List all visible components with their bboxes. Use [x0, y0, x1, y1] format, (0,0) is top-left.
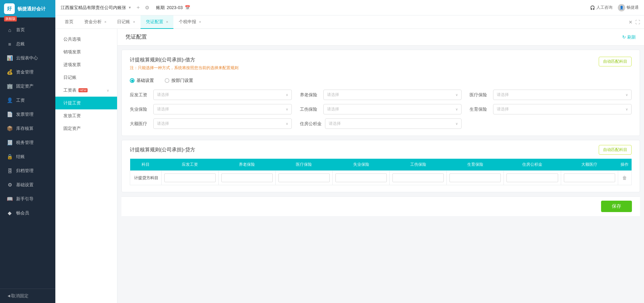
- company-name: 江西服宝精品有限责任公司内账张: [61, 5, 126, 11]
- settings-button[interactable]: ⚙: [145, 5, 149, 11]
- tab-tax[interactable]: 个税申报 ×: [173, 15, 206, 29]
- delete-row-button[interactable]: 🗑: [622, 175, 627, 181]
- radio-dept-circle: [165, 78, 169, 83]
- left-nav-public-label: 公共选项: [63, 36, 81, 42]
- main-content: 凭证配置 ↻ 刷新 计提核算规则(公司承担)-借方 注：只能选择一种方式，系统将…: [117, 29, 644, 303]
- sidebar-item-label: 资金管理: [16, 69, 34, 75]
- inventory-icon: 📦: [7, 125, 13, 132]
- refresh-label: 刷新: [627, 34, 636, 40]
- sidebar-item-fixed[interactable]: 🏢 固定资产: [0, 79, 55, 93]
- period-value: 2023-03: [167, 5, 183, 10]
- col-action: 操作: [618, 159, 631, 171]
- sidebar-item-inventory[interactable]: 📦 库存核算: [0, 121, 55, 136]
- tax-icon: 🧾: [7, 140, 13, 146]
- left-nav-pay-salary[interactable]: 发放工资: [55, 109, 117, 122]
- company-chevron-icon: ▼: [128, 6, 131, 9]
- input-housing[interactable]: [506, 173, 558, 182]
- tab-diary-close[interactable]: ×: [133, 20, 135, 24]
- tab-funds[interactable]: 资金分析 ×: [79, 15, 112, 29]
- left-nav-diary[interactable]: 日记账: [55, 71, 117, 84]
- input-pension[interactable]: [221, 173, 273, 182]
- input-salary[interactable]: [164, 173, 216, 182]
- tab-funds-close[interactable]: ×: [104, 20, 106, 24]
- input-injury[interactable]: [392, 173, 444, 182]
- tab-tax-close[interactable]: ×: [199, 20, 201, 24]
- chevron-down-icon: ∨: [286, 93, 288, 97]
- radio-basic-label: 基础设置: [137, 78, 154, 84]
- left-nav-calc-salary-label: 计提工资: [63, 100, 81, 106]
- col-housing: 住房公积金: [504, 159, 561, 171]
- sidebar-item-salary[interactable]: 👤 工资: [0, 93, 55, 107]
- sidebar-item-reports[interactable]: 📊 云报表中心: [0, 51, 55, 65]
- select-large-medical[interactable]: 请选择 ∨: [153, 118, 292, 129]
- sidebar-item-settings[interactable]: ⚙ 基础设置: [0, 178, 55, 192]
- company-selector[interactable]: 江西服宝精品有限责任公司内账张 ▼: [61, 5, 131, 11]
- sidebar-item-guide[interactable]: 📖 新手引导: [0, 192, 55, 206]
- sidebar-item-invoice[interactable]: 📄 发票管理: [0, 107, 55, 121]
- sidebar-item-archive[interactable]: 🗄 归档管理: [0, 164, 55, 178]
- tab-home[interactable]: 首页: [59, 15, 79, 29]
- select-medical-placeholder: 请选择: [497, 92, 509, 98]
- period-label: 账期: [156, 5, 165, 11]
- add-company-button[interactable]: ＋: [136, 4, 141, 11]
- cell-large-medical: [561, 171, 618, 185]
- close-month-icon: 🔒: [7, 154, 13, 160]
- user-menu[interactable]: 👤 畅捷通: [618, 4, 639, 11]
- sidebar-logo: 好 畅捷通好会计: [0, 0, 55, 17]
- select-medical[interactable]: 请选择 ∨: [493, 90, 632, 100]
- input-maternity[interactable]: [449, 173, 501, 182]
- tab-diary[interactable]: 日记账 ×: [112, 15, 140, 29]
- close-tab-button[interactable]: ✕: [629, 19, 633, 25]
- cell-salary: [161, 171, 218, 185]
- period-selector[interactable]: 账期 2023-03 📅: [156, 5, 190, 11]
- funds-icon: 💰: [7, 69, 13, 75]
- input-unemployment[interactable]: [335, 173, 387, 182]
- cell-unemployment: [333, 171, 390, 185]
- form-item-large-medical: 大额医疗 请选择 ∨: [130, 118, 292, 129]
- tabs-actions: ✕ ⛶: [629, 19, 640, 25]
- select-housing[interactable]: 请选择 ∨: [325, 118, 462, 129]
- input-large-medical[interactable]: [564, 173, 615, 182]
- tab-voucher[interactable]: 凭证配置 ×: [141, 15, 173, 29]
- left-nav-sales[interactable]: 销项发票: [55, 46, 117, 58]
- debit-section: 计提核算规则(公司承担)-借方 注：只能选择一种方式，系统将按照您当前的选择来配…: [121, 50, 640, 136]
- sidebar-item-tax[interactable]: 🧾 税务管理: [0, 136, 55, 150]
- radio-basic[interactable]: 基础设置: [130, 78, 154, 84]
- expand-tab-button[interactable]: ⛶: [635, 19, 640, 25]
- headphone-icon: 🎧: [590, 5, 595, 10]
- main-area: 江西服宝精品有限责任公司内账张 ▼ ＋ ⚙ 账期 2023-03 📅 🎧 人工咨…: [55, 0, 644, 303]
- tab-tax-label: 个税申报: [179, 19, 196, 25]
- support-button[interactable]: 🎧 人工咨询: [590, 5, 612, 10]
- credit-auto-match-button[interactable]: 自动匹配科目: [599, 145, 632, 155]
- select-injury[interactable]: 请选择 ∨: [323, 104, 462, 114]
- left-nav-public[interactable]: 公共选项: [55, 33, 117, 46]
- sidebar-item-label: 发票管理: [16, 111, 34, 117]
- sidebar: 好 畅捷通好会计 旗舰版 ⌂ 首页 ≡ 总账 📊 云报表中心 💰 资金管理 🏢 …: [0, 0, 55, 303]
- cell-housing: [504, 171, 561, 185]
- input-medical[interactable]: [278, 173, 330, 182]
- sidebar-item-member[interactable]: ◆ 畅会员: [0, 206, 55, 220]
- select-unemployment[interactable]: 请选择 ∨: [153, 104, 292, 114]
- settings-icon: ⚙: [7, 182, 13, 188]
- refresh-button[interactable]: ↻ 刷新: [622, 34, 636, 40]
- label-unemployment: 失业保险: [130, 106, 150, 112]
- sidebar-item-ledger[interactable]: ≡ 总账: [0, 37, 55, 51]
- select-salary[interactable]: 请选择 ∨: [153, 90, 292, 100]
- sidebar-item-home[interactable]: ⌂ 首页: [0, 23, 55, 37]
- debit-auto-match-button[interactable]: 自动匹配科目: [599, 57, 632, 66]
- select-pension[interactable]: 请选择 ∨: [323, 90, 462, 100]
- tab-voucher-close[interactable]: ×: [166, 20, 168, 24]
- radio-dept[interactable]: 按部门设置: [165, 78, 193, 84]
- save-button[interactable]: 保存: [601, 201, 632, 212]
- radio-dept-label: 按部门设置: [171, 78, 193, 84]
- left-nav-fixed-assets[interactable]: 固定资产: [55, 122, 117, 135]
- left-nav-fixed-assets-label: 固定资产: [63, 125, 81, 132]
- left-nav-purchase[interactable]: 进项发票: [55, 58, 117, 71]
- left-nav-calc-salary[interactable]: 计提工资: [55, 97, 117, 109]
- sidebar-item-funds[interactable]: 💰 资金管理: [0, 65, 55, 79]
- left-nav-salary-table[interactable]: 工资表 NEW ∨: [55, 84, 117, 97]
- label-injury: 工伤保险: [300, 106, 320, 112]
- unpin-button[interactable]: ◄取消固定: [0, 289, 55, 303]
- select-maternity[interactable]: 请选择 ∨: [493, 104, 632, 114]
- sidebar-item-close[interactable]: 🔒 结账: [0, 150, 55, 164]
